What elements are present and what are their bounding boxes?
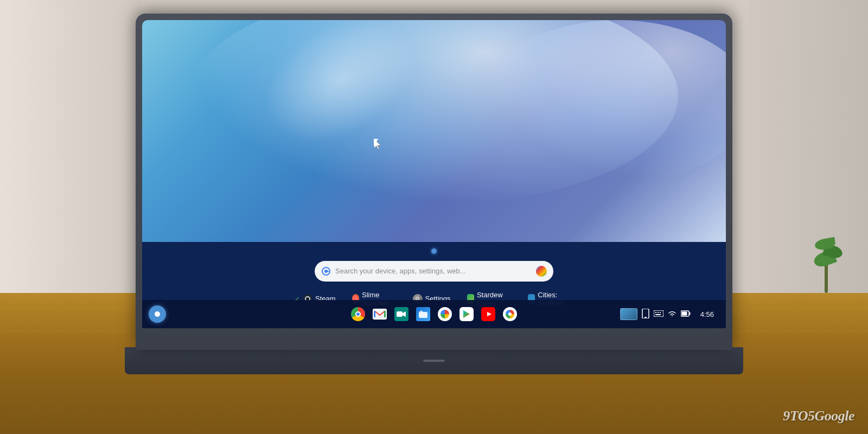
taskbar-play[interactable] xyxy=(457,305,476,323)
svg-rect-6 xyxy=(384,311,386,317)
laptop-keyboard-base xyxy=(125,347,743,374)
pinwheel-icon xyxy=(503,307,517,321)
google-assistant-button[interactable] xyxy=(536,266,547,277)
svg-rect-13 xyxy=(654,310,663,317)
svg-rect-4 xyxy=(374,310,386,318)
taskbar-photos[interactable] xyxy=(436,305,454,323)
svg-rect-14 xyxy=(655,312,656,313)
taskbar-system-tray[interactable]: 4:56 xyxy=(620,308,719,321)
svg-rect-7 xyxy=(397,311,403,317)
chrome-icon xyxy=(351,307,365,321)
taskbar-youtube[interactable] xyxy=(479,305,497,323)
svg-rect-5 xyxy=(374,311,375,317)
svg-point-1 xyxy=(324,270,328,273)
google-logo xyxy=(321,266,331,276)
svg-rect-12 xyxy=(644,317,647,318)
taskbar-apps xyxy=(349,305,519,323)
taskbar-pinwheel[interactable] xyxy=(501,305,519,323)
taskbar-chrome[interactable] xyxy=(349,305,367,323)
launcher-indicator xyxy=(431,248,437,254)
svg-point-10 xyxy=(508,312,512,316)
search-bar[interactable]: Search your device, apps, settings, web.… xyxy=(315,261,553,282)
taskbar-meet[interactable] xyxy=(392,305,411,323)
phone-icon xyxy=(642,309,649,320)
taskbar-gmail[interactable] xyxy=(371,305,389,323)
laptop-screen-bezel: Search your device, apps, settings, web.… xyxy=(142,20,726,328)
system-clock[interactable]: 4:56 xyxy=(695,308,719,321)
launcher-button[interactable] xyxy=(149,305,166,323)
wifi-icon xyxy=(668,310,676,318)
google-photos-icon xyxy=(438,307,452,321)
svg-rect-16 xyxy=(660,312,661,313)
clock-time: 4:56 xyxy=(700,310,714,318)
svg-rect-20 xyxy=(681,311,687,315)
search-placeholder-text: Search your device, apps, settings, web.… xyxy=(335,267,532,275)
battery-icon xyxy=(681,310,691,318)
window-thumbnail xyxy=(620,308,637,320)
svg-rect-17 xyxy=(655,314,661,315)
chromeos-screen: Search your device, apps, settings, web.… xyxy=(142,20,726,328)
files-icon xyxy=(416,307,430,321)
meet-icon xyxy=(394,307,409,321)
launcher-panel[interactable]: Search your device, apps, settings, web.… xyxy=(142,242,726,328)
taskbar-files[interactable] xyxy=(414,305,432,323)
keyboard-icon xyxy=(654,310,663,318)
svg-rect-8 xyxy=(419,312,427,318)
play-store-icon xyxy=(459,307,474,321)
laptop-body: Search your device, apps, settings, web.… xyxy=(136,14,732,350)
svg-rect-19 xyxy=(689,312,690,315)
launcher-dot-icon xyxy=(155,311,160,317)
gmail-icon xyxy=(373,309,387,320)
svg-rect-15 xyxy=(658,312,659,313)
taskbar-left xyxy=(149,305,166,323)
plant-decoration xyxy=(808,228,852,293)
youtube-icon xyxy=(481,307,495,321)
taskbar: 4:56 xyxy=(142,300,726,328)
wallpaper xyxy=(142,20,726,242)
